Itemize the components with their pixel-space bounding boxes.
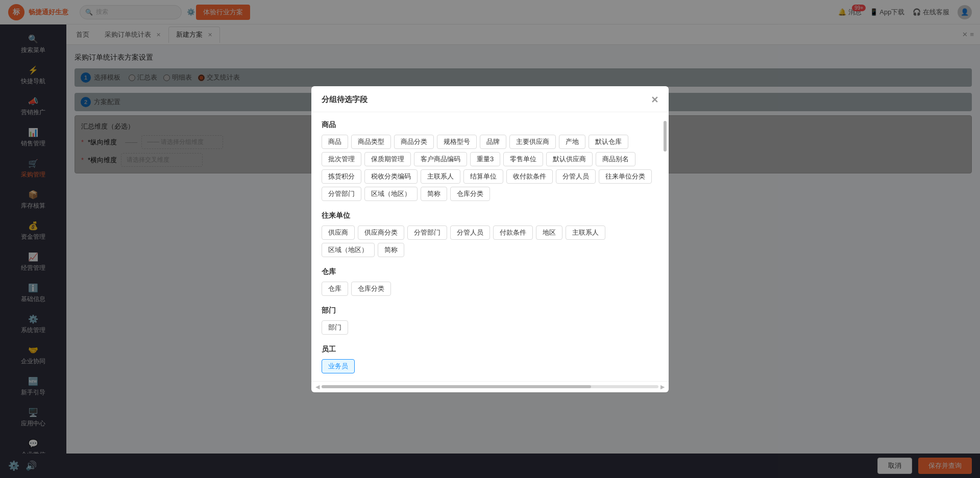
section-employee: 员工 业务员	[322, 345, 658, 373]
field-warehouse-category-product[interactable]: 仓库分类	[450, 187, 490, 201]
field-shelf-life[interactable]: 保质期管理	[364, 152, 411, 166]
field-person-partner[interactable]: 分管人员	[450, 225, 490, 240]
field-payment-cond[interactable]: 付款条件	[493, 225, 533, 240]
field-batch-mgmt[interactable]: 批次管理	[322, 152, 361, 166]
field-dept-partner[interactable]: 分管部门	[407, 225, 447, 240]
field-region-partner[interactable]: 地区	[536, 225, 562, 240]
field-payment-terms[interactable]: 收付款条件	[506, 169, 553, 184]
field-region2-partner[interactable]: 区域（地区）	[322, 243, 375, 257]
field-weight3[interactable]: 重量3	[470, 152, 500, 166]
field-product[interactable]: 商品	[322, 135, 348, 149]
partner-fields: 供应商 供应商分类 分管部门 分管人员 付款条件 地区 主联系人 区域（地区） …	[322, 225, 658, 257]
field-warehouse-category[interactable]: 仓库分类	[351, 282, 391, 296]
section-partner-title: 往来单位	[322, 211, 658, 220]
field-sales-person[interactable]: 业务员	[322, 359, 355, 373]
warehouse-fields: 仓库 仓库分类	[322, 282, 658, 296]
modal-footer-scrollbar: ◀ ▶	[311, 381, 669, 392]
field-spec-model[interactable]: 规格型号	[437, 135, 477, 149]
field-supervisor[interactable]: 分管人员	[556, 169, 596, 184]
field-supplier[interactable]: 供应商	[322, 225, 355, 240]
section-dept: 部门 部门	[322, 306, 658, 335]
section-employee-title: 员工	[322, 345, 658, 354]
field-product-category[interactable]: 商品分类	[394, 135, 434, 149]
section-warehouse: 仓库 仓库 仓库分类	[322, 267, 658, 296]
scrollbar-thumb[interactable]	[664, 121, 667, 152]
section-product: 商品 商品 商品类型 商品分类 规格型号 品牌 主要供应商 产地 默认仓库 批次…	[322, 120, 658, 201]
field-product-type[interactable]: 商品类型	[351, 135, 391, 149]
section-product-title: 商品	[322, 120, 658, 130]
field-warehouse[interactable]: 仓库	[322, 282, 348, 296]
field-main-supplier[interactable]: 主要供应商	[509, 135, 556, 149]
dept-fields: 部门	[322, 320, 658, 335]
modal-body: 商品 商品 商品类型 商品分类 规格型号 品牌 主要供应商 产地 默认仓库 批次…	[311, 112, 669, 381]
scroll-left-icon[interactable]: ◀	[315, 384, 320, 390]
modal-close-icon[interactable]: ✕	[651, 94, 658, 106]
field-pick-points[interactable]: 拣货积分	[322, 169, 361, 184]
field-short-name-partner[interactable]: 简称	[378, 243, 404, 257]
section-warehouse-title: 仓库	[322, 267, 658, 276]
field-main-contact[interactable]: 主联系人	[421, 169, 460, 184]
employee-fields: 业务员	[322, 359, 658, 373]
field-region-product[interactable]: 区域（地区）	[364, 187, 418, 201]
field-supplier-category[interactable]: 供应商分类	[358, 225, 404, 240]
horizontal-scrollbar-thumb[interactable]	[322, 385, 591, 388]
field-settlement-unit[interactable]: 结算单位	[463, 169, 503, 184]
field-default-supplier[interactable]: 默认供应商	[546, 152, 593, 166]
field-retail-unit[interactable]: 零售单位	[503, 152, 543, 166]
field-brand[interactable]: 品牌	[480, 135, 506, 149]
field-tax-code[interactable]: 税收分类编码	[364, 169, 418, 184]
field-dept[interactable]: 部门	[322, 320, 348, 335]
product-fields: 商品 商品类型 商品分类 规格型号 品牌 主要供应商 产地 默认仓库 批次管理 …	[322, 135, 658, 201]
section-dept-title: 部门	[322, 306, 658, 315]
field-customer-code[interactable]: 客户商品编码	[414, 152, 467, 166]
field-partner-category[interactable]: 往来单位分类	[599, 169, 652, 184]
field-short-name-product[interactable]: 简称	[421, 187, 447, 201]
group-field-modal: 分组待选字段 ✕ 商品 商品 商品类型 商品分类 规格型号 品牌 主要供应商 产…	[311, 86, 669, 392]
field-product-alias[interactable]: 商品别名	[596, 152, 635, 166]
modal-title: 分组待选字段	[322, 95, 368, 105]
modal-header: 分组待选字段 ✕	[311, 86, 669, 112]
field-dept-supervisor[interactable]: 分管部门	[322, 187, 361, 201]
field-main-contact-partner[interactable]: 主联系人	[566, 225, 605, 240]
field-origin[interactable]: 产地	[559, 135, 585, 149]
modal-overlay: 分组待选字段 ✕ 商品 商品 商品类型 商品分类 规格型号 品牌 主要供应商 产…	[0, 0, 980, 478]
section-partner: 往来单位 供应商 供应商分类 分管部门 分管人员 付款条件 地区 主联系人 区域…	[322, 211, 658, 257]
field-default-warehouse[interactable]: 默认仓库	[589, 135, 628, 149]
